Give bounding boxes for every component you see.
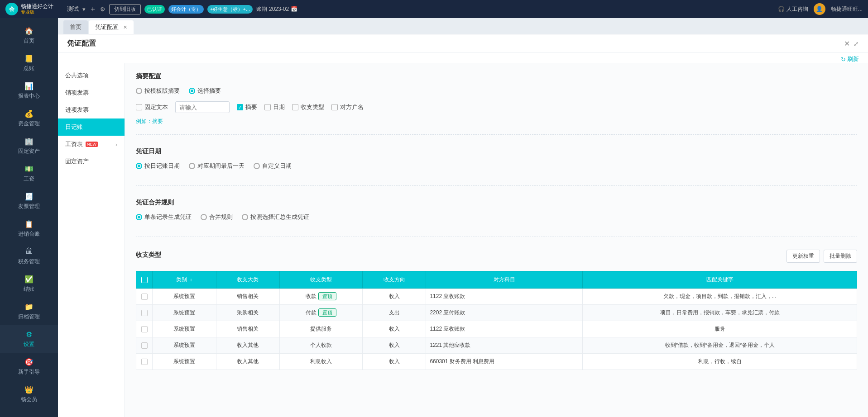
logo-text: 畅捷通好会计 专业版 bbox=[21, 3, 53, 15]
income-expense-section: 收支类型 更新权重 批量删除 bbox=[136, 250, 857, 370]
sidebar-item-purchase-sales[interactable]: 📋 进销台账 bbox=[0, 215, 58, 242]
sidebar-item-invoice[interactable]: 🧾 发票管理 bbox=[0, 187, 58, 215]
sidebar-item-funds[interactable]: 💰 资金管理 bbox=[0, 104, 58, 132]
checkbox-income-type[interactable]: 收支类型 bbox=[292, 103, 324, 111]
sidebar-item-settings[interactable]: ⚙ 设置 bbox=[0, 325, 58, 353]
reset-badge[interactable]: 置顶 bbox=[318, 308, 336, 317]
sidebar-item-report[interactable]: 📊 报表中心 bbox=[0, 77, 58, 104]
calendar-icon[interactable]: 📅 bbox=[291, 6, 297, 12]
table-header-main-type: 收支大类 bbox=[216, 271, 280, 289]
left-nav-purchase-invoice[interactable]: 进项发票 bbox=[58, 101, 125, 118]
radio-merge-rules[interactable]: 合并规则 bbox=[201, 213, 233, 221]
tab-home[interactable]: 首页 bbox=[63, 20, 88, 34]
tab-voucher-config[interactable]: 凭证配置 ✕ bbox=[89, 20, 134, 34]
sidebar-item-label: 总账 bbox=[24, 65, 34, 72]
reset-badge[interactable]: 置顶 bbox=[318, 292, 336, 300]
ledger-icon: 📒 bbox=[24, 54, 34, 63]
radio-summary-generate[interactable]: 按照选择汇总生成凭证 bbox=[242, 213, 309, 221]
row-checkbox[interactable] bbox=[136, 305, 153, 321]
left-nav-public-options[interactable]: 公共选项 bbox=[58, 67, 125, 84]
table-header-sub-type: 收支类型 bbox=[280, 271, 363, 289]
new-badge: NEW bbox=[86, 142, 98, 147]
radio-custom-date[interactable]: 自定义日期 bbox=[254, 162, 292, 170]
gear-icon[interactable]: ⚙ bbox=[100, 6, 106, 13]
row-main-type: 收入其他 bbox=[216, 337, 280, 354]
refresh-icon: ↻ bbox=[841, 56, 846, 63]
fixed-text-input[interactable] bbox=[175, 101, 230, 113]
row-checkbox[interactable] bbox=[136, 321, 153, 337]
radio-period-last-day[interactable]: 对应期间最后一天 bbox=[189, 162, 245, 170]
sidebar-item-member[interactable]: 👑 畅会员 bbox=[0, 380, 58, 408]
sidebar-item-ledger[interactable]: 📒 总账 bbox=[0, 49, 58, 77]
row-sub-type: 个人收款 bbox=[280, 337, 363, 354]
radio-template-summary[interactable]: 按模板版摘要 bbox=[136, 87, 180, 95]
sidebar-item-tax[interactable]: 🏛 税务管理 bbox=[0, 242, 58, 270]
window-close-button[interactable]: ✕ bbox=[844, 39, 850, 48]
username-label: 畅捷通旺旺... bbox=[831, 5, 863, 13]
main-layout: 🏠 首页 📒 总账 📊 报表中心 💰 资金管理 🏢 固定资产 💵 工资 🧾 发票… bbox=[0, 18, 868, 417]
checkbox-counterparty-name[interactable]: 对方户名 bbox=[331, 103, 364, 111]
table-header-checkbox[interactable] bbox=[136, 271, 153, 289]
row-checkbox[interactable] bbox=[136, 354, 153, 370]
left-nav-fixed-assets[interactable]: 固定资产 bbox=[58, 153, 125, 170]
radio-circle-selected bbox=[136, 163, 142, 169]
sidebar: 🏠 首页 📒 总账 📊 报表中心 💰 资金管理 🏢 固定资产 💵 工资 🧾 发票… bbox=[0, 18, 58, 417]
dropdown-arrow-icon[interactable]: ▾ bbox=[82, 6, 86, 13]
update-weight-button[interactable]: 更新权重 bbox=[786, 250, 820, 263]
consultant-btn[interactable]: 🎧 人工咨询 bbox=[778, 5, 808, 13]
sidebar-item-label: 资金管理 bbox=[18, 120, 40, 128]
sidebar-item-close-account[interactable]: ✅ 结账 bbox=[0, 270, 58, 298]
left-nav-payroll[interactable]: 工资表 NEW › bbox=[58, 136, 125, 153]
row-category: 系统预置 bbox=[153, 337, 216, 354]
batch-delete-button[interactable]: 批量删除 bbox=[824, 250, 857, 263]
header-right: 🎧 人工咨询 👤 畅捷通旺旺... bbox=[778, 3, 863, 15]
left-nav-sales-invoice[interactable]: 销项发票 bbox=[58, 84, 125, 101]
table-row: 系统预置 收入其他 个人收款 收入 1221 其他应收款 收到*借款，收到*备用… bbox=[136, 337, 857, 354]
row-direction: 收入 bbox=[362, 354, 426, 370]
sidebar-item-fixed-assets[interactable]: 🏢 固定资产 bbox=[0, 132, 58, 160]
income-expense-title: 收支类型 bbox=[136, 251, 161, 259]
sidebar-item-archive[interactable]: 📁 归档管理 bbox=[0, 298, 58, 325]
radio-single-record[interactable]: 单条记录生成凭证 bbox=[136, 213, 192, 221]
logo-area: 会 畅捷通好会计 专业版 bbox=[5, 3, 63, 15]
row-checkbox[interactable] bbox=[136, 289, 153, 305]
user-avatar[interactable]: 👤 bbox=[814, 3, 825, 15]
row-category: 系统预置 bbox=[153, 289, 216, 305]
home-icon: 🏠 bbox=[24, 26, 34, 35]
switch-to-old-button[interactable]: 切到旧版 bbox=[109, 4, 141, 14]
plus-icon[interactable]: ＋ bbox=[89, 5, 96, 14]
sidebar-item-salary[interactable]: 💵 工资 bbox=[0, 160, 58, 187]
test-label: 测试 bbox=[67, 5, 79, 13]
row-category: 系统预置 bbox=[153, 321, 216, 337]
row-main-type: 采购相关 bbox=[216, 305, 280, 321]
checkbox-date[interactable]: 日期 bbox=[264, 103, 285, 111]
table-header-category: 类别 ↕ bbox=[153, 271, 216, 289]
table-header-direction: 收支方向 bbox=[362, 271, 426, 289]
refresh-button[interactable]: ↻ 刷新 bbox=[841, 55, 859, 63]
tab-close-icon[interactable]: ✕ bbox=[123, 24, 127, 30]
sort-icon[interactable]: ↕ bbox=[190, 277, 192, 282]
sidebar-item-label: 首页 bbox=[24, 37, 34, 45]
row-checkbox[interactable] bbox=[136, 337, 153, 354]
sidebar-item-home[interactable]: 🏠 首页 bbox=[0, 22, 58, 49]
chevron-down-icon: › bbox=[115, 141, 117, 148]
table-header-actions: 更新权重 批量删除 bbox=[786, 250, 857, 263]
radio-journal-date[interactable]: 按日记账日期 bbox=[136, 162, 180, 170]
row-category: 系统预置 bbox=[153, 354, 216, 370]
tab-bar: 首页 凭证配置 ✕ bbox=[58, 18, 868, 34]
row-keywords: 利息，行收，续自 bbox=[583, 354, 857, 370]
income-expense-table: 类别 ↕ 收支大类 收支类型 收支方向 对方科目 匹配关键字 bbox=[136, 271, 857, 370]
radio-select-summary[interactable]: 选择摘要 bbox=[189, 87, 221, 95]
header-mid: 测试 ▾ ＋ ⚙ 切到旧版 已认证 好会计（专） +好生意（标）+... 账期 … bbox=[67, 4, 774, 14]
window-expand-button[interactable]: ⤢ bbox=[854, 40, 859, 47]
salary-icon: 💵 bbox=[24, 164, 34, 173]
row-keywords: 项目，日常费用，报销款，车费，承兑汇票，付款 bbox=[583, 305, 857, 321]
row-direction: 支出 bbox=[362, 305, 426, 321]
checkbox-fixed-text[interactable]: 固定文本 bbox=[136, 103, 168, 111]
page-actions: ✕ ⤢ bbox=[844, 39, 859, 48]
sidebar-item-tutorial[interactable]: 🎯 新手引导 bbox=[0, 353, 58, 380]
checkbox-summary[interactable]: ✓ 摘要 bbox=[237, 103, 257, 111]
row-account: 660301 财务费用 利息费用 bbox=[426, 354, 583, 370]
report-icon: 📊 bbox=[24, 81, 34, 90]
left-nav-journal[interactable]: 日记账 bbox=[58, 118, 125, 136]
